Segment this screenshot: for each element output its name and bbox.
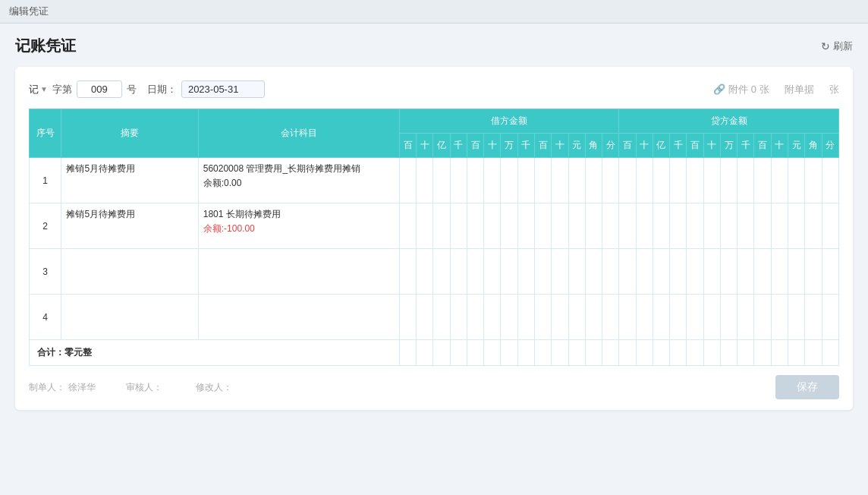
row-2-debit-3[interactable] [450,249,467,295]
row-3-credit-1[interactable] [636,295,653,340]
row-0-credit-10[interactable] [788,158,804,203]
row-3-credit-0[interactable] [619,295,636,340]
type-select[interactable]: 记 ▼ [29,83,48,96]
row-1-debit-10[interactable] [568,203,585,249]
row-1-debit-2[interactable] [433,203,450,249]
row-0-credit-11[interactable] [805,158,822,203]
row-3-debit-10[interactable] [568,295,585,340]
row-1-debit-7[interactable] [517,203,534,249]
attach-button[interactable]: 🔗 附件 0 张 [713,83,769,96]
row-0-credit-9[interactable] [771,158,788,203]
date-input[interactable] [181,80,265,98]
row-1-debit-9[interactable] [552,203,568,249]
row-0-credit-5[interactable] [703,158,720,203]
row-3-debit-9[interactable] [552,295,568,340]
row-2-debit-0[interactable] [399,249,416,295]
row-2-credit-10[interactable] [788,249,804,295]
row-1-debit-8[interactable] [535,203,552,249]
row-2-debit-6[interactable] [501,249,517,295]
row-2-credit-12[interactable] [822,249,838,295]
row-3-credit-6[interactable] [720,295,737,340]
row-0-debit-1[interactable] [417,158,433,203]
row-1-credit-4[interactable] [687,203,703,249]
row-0-credit-4[interactable] [687,158,703,203]
row-1-debit-4[interactable] [467,203,483,249]
row-1-account[interactable]: 1801 长期待摊费用余额:-100.00 [198,203,399,249]
row-0-debit-8[interactable] [535,158,552,203]
row-2-account[interactable] [198,249,399,295]
row-2-debit-9[interactable] [552,249,568,295]
row-2-debit-12[interactable] [602,249,619,295]
row-1-debit-3[interactable] [450,203,467,249]
row-0-credit-0[interactable] [619,158,636,203]
row-2-credit-3[interactable] [670,249,687,295]
row-3-credit-11[interactable] [805,295,822,340]
voucher-number-input[interactable] [77,80,122,98]
row-3-debit-1[interactable] [417,295,433,340]
row-1-credit-5[interactable] [703,203,720,249]
row-2-debit-7[interactable] [517,249,534,295]
row-2-credit-5[interactable] [703,249,720,295]
row-2-credit-1[interactable] [636,249,653,295]
row-1-credit-9[interactable] [771,203,788,249]
row-2-debit-8[interactable] [535,249,552,295]
row-3-debit-4[interactable] [467,295,483,340]
row-0-summary[interactable]: 摊销5月待摊费用 [61,158,198,203]
row-0-debit-5[interactable] [484,158,501,203]
row-3-debit-5[interactable] [484,295,501,340]
sheet-button[interactable]: 附单据 [785,83,814,96]
row-0-debit-3[interactable] [450,158,467,203]
row-2-debit-4[interactable] [467,249,483,295]
row-3-credit-4[interactable] [687,295,703,340]
row-1-credit-11[interactable] [805,203,822,249]
row-2-credit-9[interactable] [771,249,788,295]
row-1-credit-2[interactable] [653,203,669,249]
row-0-credit-1[interactable] [636,158,653,203]
row-1-credit-6[interactable] [720,203,737,249]
row-0-credit-7[interactable] [737,158,754,203]
row-3-credit-5[interactable] [703,295,720,340]
row-3-credit-2[interactable] [653,295,669,340]
row-2-debit-11[interactable] [585,249,602,295]
row-0-debit-11[interactable] [585,158,602,203]
row-0-account[interactable]: 56020008 管理费用_长期待摊费用摊销余额:0.00 [198,158,399,203]
row-0-debit-0[interactable] [399,158,416,203]
save-button[interactable]: 保存 [775,375,839,399]
row-0-debit-6[interactable] [501,158,517,203]
row-3-credit-9[interactable] [771,295,788,340]
row-3-credit-8[interactable] [754,295,771,340]
row-2-credit-0[interactable] [619,249,636,295]
row-3-debit-7[interactable] [517,295,534,340]
row-0-debit-9[interactable] [552,158,568,203]
row-2-credit-8[interactable] [754,249,771,295]
row-0-debit-4[interactable] [467,158,483,203]
row-0-debit-2[interactable] [433,158,450,203]
row-3-debit-3[interactable] [450,295,467,340]
row-3-debit-2[interactable] [433,295,450,340]
row-3-debit-6[interactable] [501,295,517,340]
row-0-debit-10[interactable] [568,158,585,203]
row-2-debit-10[interactable] [568,249,585,295]
row-3-credit-7[interactable] [737,295,754,340]
row-1-credit-0[interactable] [619,203,636,249]
row-1-credit-8[interactable] [754,203,771,249]
row-1-debit-12[interactable] [602,203,619,249]
row-2-credit-6[interactable] [720,249,737,295]
row-1-debit-11[interactable] [585,203,602,249]
row-3-debit-0[interactable] [399,295,416,340]
row-0-debit-7[interactable] [517,158,534,203]
row-3-credit-3[interactable] [670,295,687,340]
row-0-credit-6[interactable] [720,158,737,203]
row-0-credit-12[interactable] [822,158,838,203]
row-2-credit-4[interactable] [687,249,703,295]
row-3-debit-11[interactable] [585,295,602,340]
row-3-credit-10[interactable] [788,295,804,340]
row-1-credit-7[interactable] [737,203,754,249]
row-2-summary[interactable] [61,249,198,295]
refresh-button[interactable]: ↻ 刷新 [821,39,853,53]
row-2-debit-5[interactable] [484,249,501,295]
row-2-credit-7[interactable] [737,249,754,295]
row-2-credit-2[interactable] [653,249,669,295]
row-2-debit-2[interactable] [433,249,450,295]
row-2-debit-1[interactable] [417,249,433,295]
